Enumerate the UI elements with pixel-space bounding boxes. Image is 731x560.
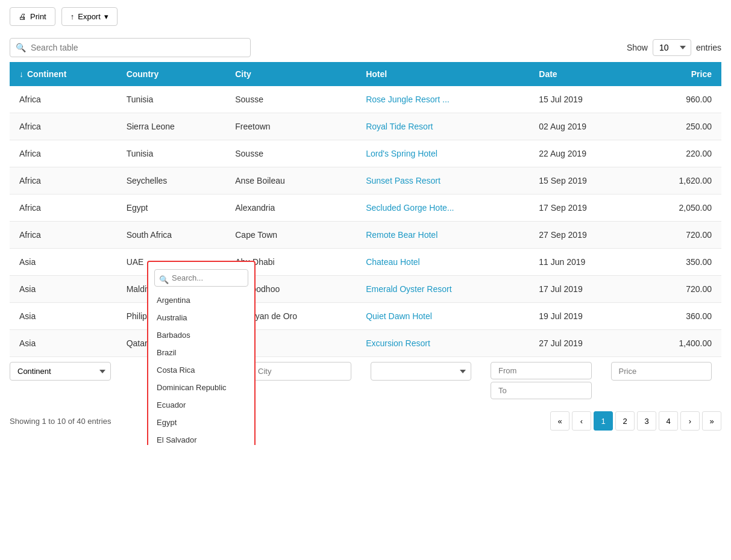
price-filter[interactable] xyxy=(611,362,712,381)
cell-date: 02 Aug 2019 xyxy=(529,113,637,140)
city-col-label: City xyxy=(235,69,251,79)
cell-price: 1,620.00 xyxy=(638,167,721,194)
dropdown-item[interactable]: Ecuador xyxy=(148,396,254,414)
cell-city: Cape Town xyxy=(225,222,356,249)
search-input[interactable] xyxy=(10,38,251,57)
cell-date: 11 Jun 2019 xyxy=(529,249,637,276)
price-col-label: Price xyxy=(691,69,712,79)
table-row: Africa Sierra Leone Freetown Royal Tide … xyxy=(10,113,721,140)
date-to-input[interactable] xyxy=(491,382,592,399)
city-filter[interactable] xyxy=(250,362,351,381)
cell-country: Tunisia xyxy=(117,86,226,113)
cell-date: 17 Sep 2019 xyxy=(529,194,637,222)
cell-date: 15 Jul 2019 xyxy=(529,86,637,113)
page-first-button[interactable]: « xyxy=(550,411,569,431)
page-2-button[interactable]: 2 xyxy=(615,411,635,431)
cell-continent: Asia xyxy=(10,303,117,330)
page-1-button[interactable]: 1 xyxy=(594,411,613,431)
table-container: ↓ Continent Country City Hotel Date xyxy=(10,62,721,357)
city-filter-cell xyxy=(240,362,361,381)
cell-hotel: Quiet Dawn Hotel xyxy=(356,303,529,330)
cell-hotel: Royal Tide Resort xyxy=(356,113,529,140)
th-hotel[interactable]: Hotel xyxy=(356,62,529,86)
pagination-row: Showing 1 to 10 of 40 entries « ‹ 1 2 3 … xyxy=(0,402,731,445)
date-from-input[interactable] xyxy=(491,362,592,379)
table-row: Africa South Africa Cape Town Remote Bea… xyxy=(10,222,721,249)
cell-continent: Africa xyxy=(10,167,117,194)
entries-info: Showing 1 to 10 of 40 entries xyxy=(10,417,111,426)
print-label: Print xyxy=(30,12,46,21)
cell-date: 27 Jul 2019 xyxy=(529,330,637,357)
search-bar-row: 🔍 Show 10 25 50 100 entries xyxy=(0,33,731,62)
entries-label: entries xyxy=(696,43,721,52)
hotel-filter-cell xyxy=(361,362,482,381)
date-range-filter xyxy=(491,362,592,399)
table-row: Africa Seychelles Anse Boileau Sunset Pa… xyxy=(10,167,721,194)
dropdown-item[interactable]: Australia xyxy=(148,309,254,326)
cell-country: Sierra Leone xyxy=(117,113,226,140)
table-body: Africa Tunisia Sousse Rose Jungle Resort… xyxy=(10,86,721,357)
th-price[interactable]: Price xyxy=(638,62,721,86)
th-continent[interactable]: ↓ Continent xyxy=(10,62,117,86)
page-next-button[interactable]: › xyxy=(680,411,700,431)
table-row: Africa Egypt Alexandria Secluded Gorge H… xyxy=(10,194,721,222)
cell-price: 350.00 xyxy=(638,249,721,276)
printer-icon: 🖨 xyxy=(19,12,27,21)
cell-continent: Africa xyxy=(10,86,117,113)
table-row: Asia Maldives Magoodhoo Emerald Oyster R… xyxy=(10,276,721,303)
cell-hotel: Excursion Resort xyxy=(356,330,529,357)
th-date[interactable]: Date xyxy=(529,62,637,86)
cell-continent: Asia xyxy=(10,249,117,276)
th-country[interactable]: Country xyxy=(117,62,226,86)
continent-filter[interactable]: Continent xyxy=(10,362,111,381)
export-button[interactable]: ↑ Export ▾ xyxy=(61,7,118,26)
dropdown-item[interactable]: Dominican Republic xyxy=(148,379,254,396)
cell-price: 250.00 xyxy=(638,113,721,140)
show-label: Show xyxy=(627,43,648,52)
dropdown-search-icon: 🔍 xyxy=(159,275,169,284)
export-chevron-icon: ▾ xyxy=(104,12,108,21)
cell-country: Seychelles xyxy=(117,167,226,194)
dropdown-item[interactable]: Egypt xyxy=(148,414,254,431)
dropdown-list: ArgentinaAustraliaBarbadosBrazilCosta Ri… xyxy=(148,291,254,445)
cell-city: Sousse xyxy=(225,86,356,113)
sort-down-icon: ↓ xyxy=(19,69,24,79)
cell-continent: Asia xyxy=(10,276,117,303)
dropdown-item[interactable]: El Salvador xyxy=(148,431,254,445)
cell-date: 17 Jul 2019 xyxy=(529,276,637,303)
continent-filter-cell: Continent xyxy=(10,362,121,381)
data-table: ↓ Continent Country City Hotel Date xyxy=(10,62,721,357)
cell-country: Tunisia xyxy=(117,140,226,167)
entries-select[interactable]: 10 25 50 100 xyxy=(653,39,691,56)
hotel-col-label: Hotel xyxy=(366,69,387,79)
cell-city: Alexandria xyxy=(225,194,356,222)
cell-date: 15 Sep 2019 xyxy=(529,167,637,194)
cell-price: 720.00 xyxy=(638,222,721,249)
cell-price: 2,050.00 xyxy=(638,194,721,222)
table-row: Africa Tunisia Sousse Rose Jungle Resort… xyxy=(10,86,721,113)
dropdown-item[interactable]: Brazil xyxy=(148,344,254,361)
page-4-button[interactable]: 4 xyxy=(659,411,678,431)
table-row: Asia UAE Abu Dhabi Chateau Hotel 11 Jun … xyxy=(10,249,721,276)
print-button[interactable]: 🖨 Print xyxy=(10,7,55,26)
table-row: Africa Tunisia Sousse Lord's Spring Hote… xyxy=(10,140,721,167)
dropdown-item[interactable]: Costa Rica xyxy=(148,361,254,379)
date-col-label: Date xyxy=(539,69,557,79)
cell-country: South Africa xyxy=(117,222,226,249)
search-input-wrap: 🔍 xyxy=(10,38,251,57)
table-row: Asia Philippines Cagayan de Oro Quiet Da… xyxy=(10,303,721,330)
th-city[interactable]: City xyxy=(225,62,356,86)
export-icon: ↑ xyxy=(71,12,75,21)
cell-date: 19 Jul 2019 xyxy=(529,303,637,330)
page-prev-button[interactable]: ‹ xyxy=(572,411,591,431)
page-3-button[interactable]: 3 xyxy=(637,411,656,431)
cell-city: Sousse xyxy=(225,140,356,167)
dropdown-item[interactable]: Barbados xyxy=(148,326,254,344)
page-last-button[interactable]: » xyxy=(702,411,721,431)
cell-hotel: Chateau Hotel xyxy=(356,249,529,276)
cell-price: 720.00 xyxy=(638,276,721,303)
hotel-filter[interactable] xyxy=(371,362,472,381)
cell-hotel: Lord's Spring Hotel xyxy=(356,140,529,167)
cell-continent: Africa xyxy=(10,113,117,140)
dropdown-item[interactable]: Argentina xyxy=(148,291,254,309)
